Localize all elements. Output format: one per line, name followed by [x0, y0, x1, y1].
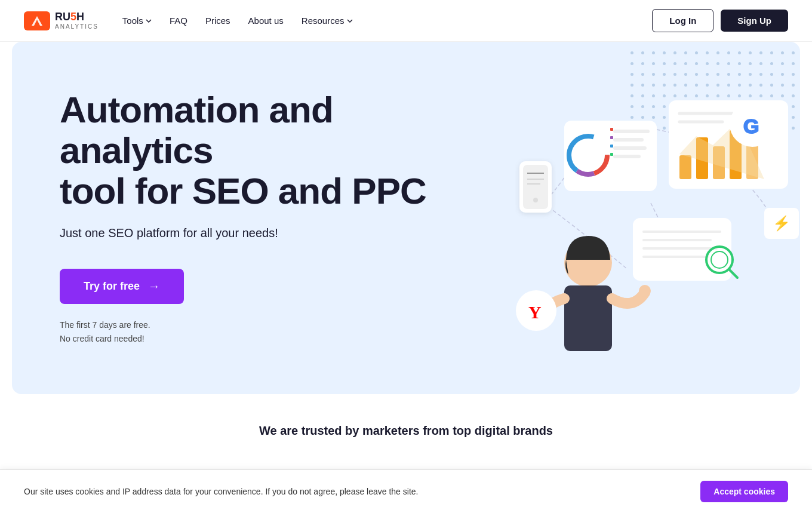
chevron-down-icon — [347, 19, 353, 23]
svg-rect-37 — [564, 285, 612, 351]
logo-text-wrap: RU5H ANALYTICS — [55, 11, 99, 30]
nav-resources[interactable]: Resources — [302, 16, 353, 26]
nav-about[interactable]: About us — [248, 16, 284, 26]
nav-faq[interactable]: FAQ — [170, 16, 187, 26]
svg-rect-17 — [610, 136, 613, 139]
svg-point-7 — [533, 198, 538, 202]
logo-icon — [24, 11, 50, 30]
trusted-title: We are trusted by marketers from top dig… — [24, 424, 788, 438]
trusted-section: We are trusted by marketers from top dig… — [0, 394, 812, 456]
arrow-icon: → — [148, 279, 160, 293]
navbar-right: Log In Sign Up — [652, 9, 788, 32]
svg-rect-19 — [610, 153, 613, 156]
main-nav: Tools FAQ Prices About us Resources — [122, 16, 353, 26]
navbar: RU5H ANALYTICS Tools FAQ Prices About us… — [0, 0, 812, 42]
svg-text:⚡: ⚡ — [773, 214, 791, 232]
cookie-banner: Our site uses cookies and IP address dat… — [0, 469, 812, 513]
nav-prices[interactable]: Prices — [205, 16, 230, 26]
login-button[interactable]: Log In — [652, 9, 713, 32]
try-free-button[interactable]: Try for free → — [60, 269, 184, 304]
accept-cookies-button[interactable]: Accept cookies — [700, 481, 788, 502]
hero-title: Automation and analytics tool for SEO an… — [60, 90, 441, 212]
svg-point-34 — [711, 251, 728, 268]
nav-tools[interactable]: Tools — [122, 16, 152, 26]
hero-note: The first 7 days are free. No credit car… — [60, 318, 441, 347]
cookie-message: Our site uses cookies and IP address dat… — [24, 487, 418, 496]
logo[interactable]: RU5H ANALYTICS — [24, 11, 99, 30]
illustration-svg: G G Y ⚡ — [472, 84, 800, 394]
svg-text:G: G — [743, 115, 759, 137]
logo-name: RU5H — [55, 11, 99, 23]
svg-point-38 — [639, 285, 651, 297]
svg-rect-16 — [610, 128, 613, 131]
hero-subtitle: Just one SEO platform for all your needs… — [60, 226, 441, 240]
hero-section: const dotsContainer = document.querySele… — [12, 42, 800, 394]
svg-rect-18 — [610, 145, 613, 148]
svg-rect-23 — [679, 155, 691, 179]
hero-content: Automation and analytics tool for SEO an… — [60, 78, 441, 346]
hero-illustration: G G Y ⚡ — [472, 84, 800, 394]
chevron-down-icon — [146, 19, 152, 23]
signup-button[interactable]: Sign Up — [721, 10, 788, 32]
logo-sub: ANALYTICS — [55, 23, 99, 30]
svg-text:Y: Y — [528, 302, 542, 322]
navbar-left: RU5H ANALYTICS Tools FAQ Prices About us… — [24, 11, 353, 30]
